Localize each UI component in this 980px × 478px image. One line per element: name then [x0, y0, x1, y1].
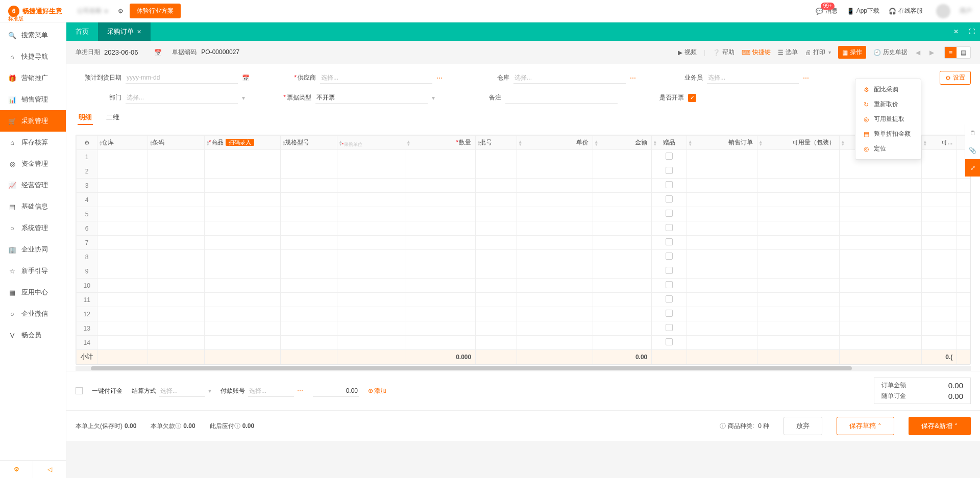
tab-fullscreen-icon[interactable]: ⛶ — [964, 28, 980, 35]
table-row[interactable]: 11🗑 ⧉ — [77, 293, 971, 307]
video-button[interactable]: ▶视频 — [678, 48, 697, 57]
more-icon[interactable]: ⋯ — [630, 74, 636, 82]
tab-close-all-icon[interactable]: ✕ — [948, 28, 964, 35]
table-row[interactable]: 9🗑 ⧉ — [77, 264, 971, 279]
salesman-input[interactable] — [707, 72, 799, 84]
view-card-icon[interactable]: ▤ — [957, 47, 970, 58]
chevron-down-icon[interactable]: ▾ — [242, 94, 245, 102]
chevron-down-icon[interactable]: ▾ — [208, 387, 211, 394]
sidebar-item-guide[interactable]: ☆新手引导 — [0, 260, 66, 282]
table-row[interactable]: 14🗑 ⧉ — [77, 336, 971, 350]
sidebar-item-qyweixin[interactable]: ○企业微信 — [0, 303, 66, 324]
messages-button[interactable]: 💬 99+ 消息 — [816, 7, 838, 15]
table-row[interactable]: 2🗑 ⧉ — [77, 164, 971, 179]
sidebar-item-vip[interactable]: V畅会员 — [0, 324, 66, 346]
sidebar-item-bi[interactable]: 📈经营管理 — [0, 174, 66, 196]
add-payment-button[interactable]: ⊕添加 — [368, 387, 386, 395]
right-tool-note-icon[interactable]: 🗒 — [965, 124, 980, 142]
gift-checkbox[interactable] — [666, 281, 673, 288]
table-row[interactable]: 8🗑 ⧉ — [77, 250, 971, 264]
more-icon[interactable]: ⋯ — [803, 74, 810, 82]
gift-checkbox[interactable] — [666, 238, 673, 245]
gift-checkbox[interactable] — [666, 338, 673, 345]
avatar[interactable] — [936, 4, 950, 18]
form-settings-button[interactable]: ⚙ 设置 — [940, 71, 971, 85]
sidebar-item-purchase[interactable]: 🛒采购管理 — [0, 110, 66, 132]
right-tool-expand-icon[interactable]: ⤢ — [965, 159, 980, 177]
select-order-button[interactable]: ☰选单 — [778, 48, 798, 57]
operate-menu-item-match[interactable]: ⚙配比采购 — [855, 82, 921, 97]
tab-purchase-order[interactable]: 采购订单 ✕ — [98, 22, 151, 41]
table-tab-matrix[interactable]: 二维 — [105, 111, 120, 125]
gift-checkbox[interactable] — [666, 324, 673, 331]
gift-checkbox[interactable] — [666, 153, 673, 160]
table-row[interactable]: 5🗑 ⧉ — [77, 207, 971, 221]
history-button[interactable]: 🕘历史单据 — [873, 48, 908, 57]
operate-button[interactable]: ▦操作 — [838, 46, 866, 59]
is-invoice-checkbox[interactable]: ✓ — [688, 94, 696, 102]
tab-home[interactable]: 首页 — [66, 22, 98, 41]
table-row[interactable]: 10🗑 ⧉ — [77, 279, 971, 293]
gift-checkbox[interactable] — [666, 195, 673, 203]
sidebar-item-inv[interactable]: ⌂库存核算 — [0, 132, 66, 153]
gift-checkbox[interactable] — [666, 267, 673, 274]
gift-checkbox[interactable] — [666, 310, 673, 317]
operate-menu-item-locate[interactable]: ◎定位 — [855, 141, 921, 156]
table-row[interactable]: 1🗑 ⧉ — [77, 150, 971, 164]
grid-hscroll[interactable] — [76, 366, 971, 371]
close-icon[interactable]: ✕ — [137, 29, 141, 35]
settle-method-input[interactable] — [159, 385, 205, 397]
gift-checkbox[interactable] — [666, 253, 673, 260]
sidebar-item-search[interactable]: 🔍搜索菜单 — [0, 24, 66, 46]
operate-menu-item-reprice[interactable]: ↻重新取价 — [855, 97, 921, 112]
table-row[interactable]: 6🗑 ⧉ — [77, 221, 971, 236]
supplier-input[interactable] — [320, 72, 432, 84]
table-row[interactable]: 3🗑 ⧉ — [77, 179, 971, 193]
invoice-type-input[interactable] — [315, 92, 428, 104]
more-icon[interactable]: ⋯ — [436, 74, 443, 82]
gift-checkbox[interactable] — [666, 295, 673, 303]
sidebar-item-fund[interactable]: ◎资金管理 — [0, 153, 66, 174]
doc-date-input[interactable] — [104, 48, 150, 56]
table-row[interactable]: 4🗑 ⧉ — [77, 193, 971, 207]
sidebar-item-marketing[interactable]: 🎁营销推广 — [0, 67, 66, 89]
est-arrival-input[interactable] — [126, 72, 238, 84]
sidebar-item-base[interactable]: ▤基础信息 — [0, 196, 66, 217]
one-click-deposit-checkbox[interactable] — [76, 387, 83, 394]
remark-input[interactable] — [505, 92, 618, 104]
chevron-down-icon[interactable]: ▾ — [432, 94, 435, 102]
sidebar-item-appcenter[interactable]: ▦应用中心 — [0, 282, 66, 303]
sidebar-item-system[interactable]: ○系统管理 — [0, 217, 66, 239]
shortcut-button[interactable]: ⌨快捷键 — [742, 48, 771, 57]
calendar-icon[interactable]: 📅 — [154, 49, 162, 56]
dept-input[interactable] — [126, 92, 238, 104]
online-service-button[interactable]: 🎧 在线客服 — [889, 7, 923, 15]
table-tab-detail[interactable]: 明细 — [78, 111, 93, 125]
table-row[interactable]: 7🗑 ⧉ — [77, 236, 971, 250]
save-draft-button[interactable]: 保存草稿˄ — [837, 417, 894, 435]
gear-icon[interactable]: ⚙ — [84, 139, 90, 146]
print-button[interactable]: 🖨打印 — [805, 48, 831, 57]
sidebar-collapse-icon[interactable]: ◁ — [33, 461, 66, 478]
sidebar-settings-icon[interactable]: ⚙ — [0, 461, 33, 478]
help-button[interactable]: ❔帮助 — [713, 48, 734, 57]
table-row[interactable]: 13🗑 ⧉ — [77, 321, 971, 336]
table-row[interactable]: 12🗑 ⧉ — [77, 307, 971, 321]
next-doc-icon[interactable]: ▶ — [928, 49, 935, 56]
more-icon[interactable]: ⋯ — [297, 387, 304, 394]
gift-checkbox[interactable] — [666, 224, 673, 231]
scan-badge[interactable]: 扫码录入 — [226, 139, 254, 146]
prev-doc-icon[interactable]: ◀ — [915, 49, 921, 56]
pay-account-input[interactable] — [248, 385, 294, 397]
pay-amount-input[interactable] — [313, 385, 359, 397]
operate-menu-item-avail[interactable]: ◎可用量提取 — [855, 112, 921, 127]
gift-checkbox[interactable] — [666, 167, 673, 174]
sidebar-item-collab[interactable]: 🏢企业协同 — [0, 239, 66, 260]
industry-cta-button[interactable]: 体验行业方案 — [130, 4, 181, 18]
gear-icon[interactable]: ⚙ — [118, 8, 124, 15]
right-tool-attach-icon[interactable]: 📎 — [965, 142, 980, 159]
view-list-icon[interactable]: ≡ — [945, 47, 957, 58]
app-download-button[interactable]: 📱 App下载 — [847, 7, 879, 15]
save-new-button[interactable]: 保存&新增˄ — [909, 417, 971, 435]
sidebar-item-sales[interactable]: 📊销售管理 — [0, 89, 66, 110]
